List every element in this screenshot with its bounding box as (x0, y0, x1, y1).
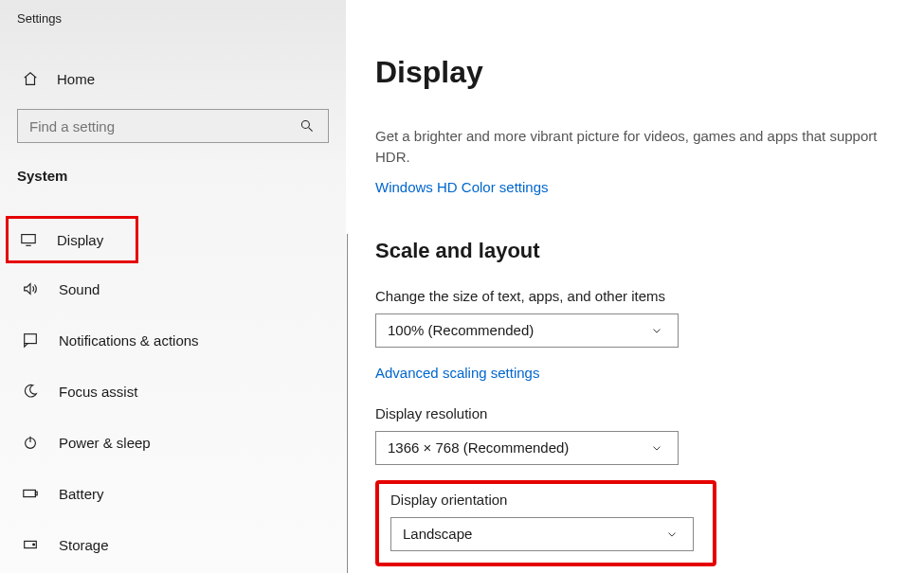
svg-rect-5 (35, 492, 37, 495)
moon-icon (21, 382, 40, 401)
scale-value: 100% (Recommended) (388, 322, 534, 338)
sidebar-item-sound[interactable]: Sound (0, 263, 346, 314)
search-input[interactable] (29, 118, 298, 134)
svg-rect-4 (24, 490, 36, 496)
sidebar-item-label: Display (57, 232, 103, 248)
orientation-dropdown[interactable]: Landscape (390, 517, 694, 551)
scale-section-title: Scale and layout (375, 239, 924, 263)
notifications-icon (21, 331, 40, 349)
sidebar-item-label: Storage (59, 537, 109, 553)
hdr-color-link[interactable]: Windows HD Color settings (375, 179, 549, 195)
resolution-dropdown[interactable]: 1366 × 768 (Recommended) (375, 431, 679, 465)
divider (347, 234, 348, 573)
home-icon (21, 69, 40, 88)
battery-icon (21, 484, 40, 503)
svg-rect-2 (25, 334, 37, 344)
svg-point-7 (33, 544, 35, 546)
orientation-value: Landscape (403, 526, 472, 542)
resolution-label: Display resolution (375, 405, 924, 421)
search-box[interactable] (17, 109, 329, 143)
sidebar-item-notifications[interactable]: Notifications & actions (0, 314, 346, 366)
search-icon (298, 116, 317, 135)
scale-label: Change the size of text, apps, and other… (375, 288, 924, 304)
sidebar-item-label: Focus assist (59, 384, 137, 400)
sidebar-item-label: Notifications & actions (59, 332, 199, 349)
sidebar-item-focus-assist[interactable]: Focus assist (0, 366, 346, 417)
sidebar-item-display[interactable]: Display (6, 216, 138, 263)
sound-icon (21, 279, 40, 298)
search-container (17, 109, 329, 143)
category-title: System (0, 143, 346, 184)
sidebar-item-battery[interactable]: Battery (0, 468, 346, 519)
power-icon (21, 433, 40, 452)
orientation-label: Display orientation (390, 492, 701, 508)
sidebar-item-label: Battery (59, 486, 104, 502)
chevron-down-icon (662, 525, 681, 544)
home-nav[interactable]: Home (0, 69, 346, 88)
chevron-down-icon (647, 321, 666, 340)
sidebar: Settings Home System Display Sound (0, 0, 346, 573)
sidebar-item-storage[interactable]: Storage (0, 519, 346, 570)
chevron-down-icon (647, 439, 666, 457)
svg-rect-1 (22, 235, 35, 243)
storage-icon (21, 535, 40, 554)
advanced-scaling-link[interactable]: Advanced scaling settings (375, 365, 539, 381)
main-content: Display Get a brighter and more vibrant … (346, 0, 924, 573)
display-icon (19, 230, 38, 249)
svg-point-0 (301, 120, 309, 128)
scale-dropdown[interactable]: 100% (Recommended) (375, 313, 679, 348)
sidebar-item-label: Sound (59, 281, 100, 297)
window-title: Settings (0, 0, 346, 26)
resolution-value: 1366 × 768 (Recommended) (388, 439, 569, 456)
sidebar-item-power-sleep[interactable]: Power & sleep (0, 417, 346, 468)
hdr-description: Get a brighter and more vibrant picture … (375, 126, 906, 168)
page-title: Display (375, 55, 924, 90)
sidebar-item-label: Power & sleep (59, 435, 151, 451)
nav-list: Display Sound Notifications & actions Fo… (0, 216, 346, 570)
home-label: Home (57, 71, 95, 87)
orientation-highlight: Display orientation Landscape (375, 480, 716, 566)
